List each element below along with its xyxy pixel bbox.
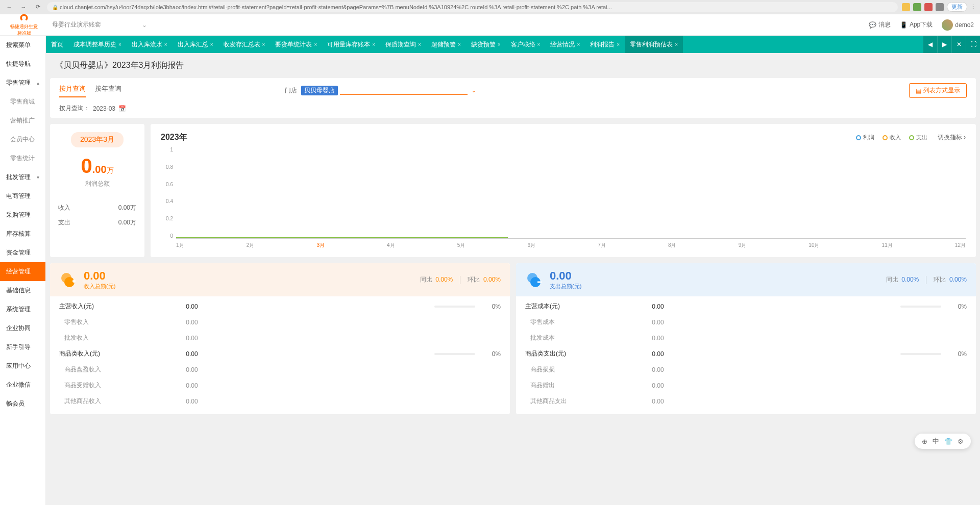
x-tick: 4月	[387, 242, 395, 249]
close-icon[interactable]: ×	[210, 42, 213, 47]
tab[interactable]: 保质期查询×	[380, 36, 426, 53]
chart-plot: 10.80.60.40.20 1月2月3月4月5月6月7月8月9月10月11月1…	[161, 147, 966, 249]
close-icon[interactable]: ×	[537, 42, 541, 47]
user-menu[interactable]: demo2	[942, 19, 974, 31]
tab[interactable]: 成本调整单历史×	[68, 36, 127, 53]
tabs-prev-button[interactable]: ◀	[923, 36, 937, 53]
brand-text: 畅捷通好生意	[10, 23, 38, 30]
tab[interactable]: 收发存汇总表×	[218, 36, 271, 53]
tab-label: 保质期查询	[385, 40, 416, 49]
detail-row: 商品损损0.00	[525, 362, 967, 377]
reload-button[interactable]: ⟳	[33, 4, 43, 10]
tabs-bar: 首页成本调整单历史×出入库流水×出入库汇总×收发存汇总表×要货单统计表×可用量库…	[46, 36, 980, 53]
row-value: 0.00	[627, 398, 689, 405]
sidebar-item[interactable]: 经营管理	[0, 262, 45, 281]
detail-row: 批发收入0.00	[59, 330, 501, 346]
tab-close-button[interactable]: ✕	[951, 36, 966, 53]
sidebar-item[interactable]: 新手引导	[0, 338, 45, 357]
sidebar-item[interactable]: 资金管理	[0, 243, 45, 262]
sidebar-item[interactable]: 电商管理	[0, 187, 45, 206]
tab[interactable]: 客户联络×	[506, 36, 546, 53]
tab-month-query[interactable]: 按月查询	[59, 84, 86, 97]
close-icon[interactable]: ×	[418, 42, 421, 47]
logo[interactable]: 畅捷通好生意 标准版	[6, 13, 42, 37]
sidebar-item[interactable]: 零售统计	[0, 149, 45, 168]
tab[interactable]: 可用量库存账本×	[322, 36, 380, 53]
sidebar-item[interactable]: 企业协同	[0, 319, 45, 338]
sidebar-item[interactable]: 快捷导航	[0, 55, 45, 73]
app-download-button[interactable]: 📱 App下载	[900, 20, 933, 29]
tab[interactable]: 要货单统计表×	[270, 36, 322, 53]
sidebar-item[interactable]: 会员中心	[0, 130, 45, 149]
extension-icon[interactable]	[924, 3, 933, 11]
settings-icon: ⚙	[958, 438, 964, 445]
income-panel: 0.00 收入总额(元) 同比 0.00% 环比 0.00% 主营收入(元)0.…	[50, 263, 510, 414]
calendar-icon[interactable]: 📅	[118, 105, 126, 112]
close-icon[interactable]: ×	[675, 42, 678, 47]
sidebar: 搜索菜单快捷导航零售管理▴零售商城营销推广会员中心零售统计批发管理▾电商管理采购…	[0, 36, 46, 505]
close-icon[interactable]: ×	[617, 42, 620, 47]
tab[interactable]: 超储预警×	[426, 36, 466, 53]
menu-icon[interactable]: ⋮	[970, 4, 976, 10]
close-icon[interactable]: ×	[458, 42, 461, 47]
close-icon[interactable]: ×	[314, 42, 317, 47]
sidebar-item[interactable]: 营销推广	[0, 111, 45, 130]
tab-label: 首页	[51, 40, 63, 49]
tab-year-query[interactable]: 按年查询	[95, 84, 121, 97]
y-tick: 1	[161, 147, 173, 153]
address-bar[interactable]: 🔒 cloud.chanjet.com/hsy/u4oor74daqxh/lol…	[47, 2, 898, 12]
tab[interactable]: 零售利润预估表×	[625, 36, 683, 53]
store-selector[interactable]: 门店 贝贝母婴店 ⌄	[285, 86, 476, 95]
sidebar-item[interactable]: 采购管理	[0, 206, 45, 224]
fullscreen-button[interactable]: ⛶	[966, 36, 980, 53]
forward-button[interactable]: →	[18, 4, 29, 10]
extension-icon[interactable]	[902, 3, 910, 11]
sidebar-item[interactable]: 应用中心	[0, 357, 45, 375]
tab[interactable]: 利润报告×	[585, 36, 625, 53]
sidebar-item-label: 营销推广	[10, 116, 35, 125]
filter-panel: 按月查询 按年查询 门店 贝贝母婴店 ⌄ ▤ 列表方式显示 按月	[50, 78, 976, 118]
sidebar-item[interactable]: 库存核算	[0, 224, 45, 243]
sidebar-item[interactable]: 搜索菜单	[0, 36, 45, 55]
tab[interactable]: 出入库流水×	[127, 36, 173, 53]
tab-label: 超储预警	[431, 40, 456, 49]
detail-row: 主营收入(元)0.000%	[59, 298, 501, 314]
profit-label: 利润总额	[58, 180, 136, 188]
chart-legend: 利润 收入 支出	[856, 134, 927, 141]
ime-widget[interactable]: ⊕ 中 👕 ⚙	[915, 434, 971, 449]
row-name: 商品盘盈收入	[59, 365, 161, 374]
sidebar-item[interactable]: 零售商城	[0, 92, 45, 111]
row-name: 商品类支出(元)	[525, 349, 627, 358]
close-icon[interactable]: ×	[498, 42, 501, 47]
close-icon[interactable]: ×	[262, 42, 265, 47]
account-selector[interactable]: 母婴行业演示账套 ⌄	[52, 20, 147, 29]
sidebar-item[interactable]: 零售管理▴	[0, 73, 45, 92]
tab[interactable]: 缺货预警×	[466, 36, 506, 53]
x-tick: 9月	[739, 242, 747, 249]
x-tick: 8月	[668, 242, 676, 249]
sidebar-item-label: 搜索菜单	[6, 41, 31, 49]
tab[interactable]: 出入库汇总×	[173, 36, 218, 53]
close-icon[interactable]: ×	[372, 42, 375, 47]
extension-icon[interactable]	[936, 3, 944, 11]
back-button[interactable]: ←	[4, 4, 14, 10]
list-view-button[interactable]: ▤ 列表方式显示	[909, 83, 967, 98]
sidebar-item[interactable]: 系统管理	[0, 300, 45, 319]
row-name: 批发收入	[59, 334, 161, 342]
tab-label: 经营情况	[550, 40, 575, 49]
browser-chrome: ← → ⟳ 🔒 cloud.chanjet.com/hsy/u4oor74daq…	[0, 0, 980, 14]
sidebar-item[interactable]: 批发管理▾	[0, 168, 45, 187]
sidebar-item[interactable]: 基础信息	[0, 281, 45, 300]
sidebar-item[interactable]: 畅会员	[0, 394, 45, 413]
sidebar-item[interactable]: 企业微信	[0, 375, 45, 394]
close-icon[interactable]: ×	[164, 42, 167, 47]
close-icon[interactable]: ×	[118, 42, 121, 47]
close-icon[interactable]: ×	[577, 42, 580, 47]
switch-metric-button[interactable]: 切换指标 ›	[938, 133, 966, 142]
messages-button[interactable]: 💬 消息	[869, 20, 891, 29]
extension-icon[interactable]	[913, 3, 921, 11]
tab[interactable]: 经营情况×	[545, 36, 585, 53]
tab[interactable]: 首页	[46, 36, 68, 53]
update-button[interactable]: 更新	[947, 2, 967, 12]
tabs-next-button[interactable]: ▶	[937, 36, 951, 53]
